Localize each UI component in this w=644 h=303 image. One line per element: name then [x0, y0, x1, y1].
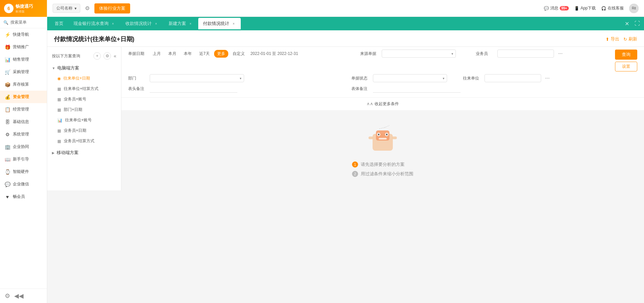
- date-btn-this-month[interactable]: 本月: [165, 50, 179, 58]
- header-note-input[interactable]: [150, 85, 237, 93]
- staff-label: 业务员: [476, 51, 495, 57]
- export-button[interactable]: ⬆ 导出: [606, 36, 619, 42]
- doc-status-select-wrap: [373, 74, 447, 82]
- sidebar-item-system[interactable]: ⚙系统管理: [0, 128, 47, 141]
- date-btn-more[interactable]: 更多: [214, 50, 228, 58]
- left-panel-title: 按以下方案查询: [52, 53, 80, 59]
- message-badge: 99+: [560, 6, 569, 10]
- tab-home[interactable]: 首页: [50, 18, 68, 29]
- tab-label-new-scheme: 新建方案: [169, 21, 186, 27]
- sidebar-collapse-icon[interactable]: ◀◀: [14, 292, 24, 300]
- service-action[interactable]: 🎧 在线客服: [601, 5, 624, 11]
- message-label: 消息: [550, 5, 558, 11]
- dept-select[interactable]: [150, 74, 244, 82]
- sidebar-item-guide[interactable]: 📖新手引导: [0, 153, 47, 165]
- company-select[interactable]: 公司名称 ▾: [53, 4, 80, 13]
- scheme-group-header-desktop[interactable]: ▼电脑端方案: [47, 63, 121, 73]
- tab-label-bank: 现金银行流水查询: [74, 21, 109, 27]
- sidebar-icon-system: ⚙: [5, 132, 10, 137]
- group-arrow-mobile: ▶: [52, 151, 55, 155]
- settings-icon: ⚙: [106, 54, 109, 58]
- sidebar-item-inventory[interactable]: 📦库存核算: [0, 78, 47, 91]
- filter-staff-col: 业务员 ···: [476, 50, 615, 58]
- scheme-item-unit-account[interactable]: 📊往来单位+账号: [47, 115, 121, 125]
- message-action[interactable]: 💬 消息 99+: [544, 5, 569, 11]
- scheme-item-staff-account[interactable]: ▦业务员+账号: [47, 94, 121, 104]
- scheme-group-header-mobile[interactable]: ▶移动端方案: [47, 148, 121, 158]
- sidebar-item-wechat[interactable]: 💬企业微信: [0, 178, 47, 190]
- doc-status-select[interactable]: [373, 74, 447, 82]
- filter-docstatus-col: 单据状态: [351, 74, 463, 82]
- tab-expand-icon[interactable]: ⛶: [633, 19, 641, 28]
- partner-more-icon[interactable]: ···: [545, 75, 550, 81]
- body-note-input[interactable]: [373, 85, 461, 93]
- sidebar-item-basic-info[interactable]: 🗄基础信息: [0, 116, 47, 128]
- scheme-item-staff-settle[interactable]: ▦业务员+结算方式: [47, 136, 121, 146]
- scheme-icon-unit-date: ◉: [57, 76, 61, 81]
- collapse-more-button[interactable]: ∧∧ 收起更多条件: [121, 97, 644, 110]
- tab-close-payment[interactable]: ×: [231, 21, 236, 26]
- sidebar-settings-icon[interactable]: ⚙: [5, 292, 10, 300]
- tab-label-home: 首页: [55, 21, 63, 27]
- date-btn-custom[interactable]: 自定义: [230, 50, 248, 58]
- sidebar-item-marketing[interactable]: 🎁营销推广: [0, 41, 47, 53]
- add-scheme-button[interactable]: +: [93, 52, 101, 60]
- sidebar-item-enterprise[interactable]: 🏢企业协同: [0, 141, 47, 153]
- user-avatar[interactable]: Rit: [629, 4, 639, 13]
- scheme-item-unit-date[interactable]: ◉往来单位+日期: [47, 73, 121, 84]
- sidebar-item-vip[interactable]: ♥畅会员: [0, 190, 47, 203]
- sidebar-search-label: 搜索菜单: [10, 20, 27, 25]
- tip-num-1: 1: [352, 161, 358, 168]
- sidebar-search[interactable]: 🔍 搜索菜单: [0, 17, 47, 28]
- left-panel-collapse-icon[interactable]: «: [114, 53, 116, 59]
- empty-state: 1 请先选择要分析的方案 2 用过滤条件来缩小分析范围: [121, 110, 644, 190]
- header-settings-icon[interactable]: ⚙: [84, 4, 91, 13]
- main-area: 公司名称 ▾ ⚙ 体验行业方案 💬 消息 99+ 📱 App下载 🎧 在线客服 …: [47, 0, 644, 303]
- group-arrow-desktop: ▼: [52, 66, 55, 70]
- scheme-label-unit-account: 往来单位+账号: [65, 117, 92, 123]
- trial-button[interactable]: 体验行业方案: [94, 3, 130, 13]
- scheme-settings-button[interactable]: ⚙: [104, 52, 111, 60]
- source-doc-select[interactable]: [382, 50, 456, 58]
- staff-more-icon[interactable]: ···: [558, 51, 562, 57]
- sidebar-item-hardware[interactable]: ⌚智能硬件: [0, 165, 47, 178]
- tab-bank[interactable]: 现金银行流水查询×: [69, 18, 120, 29]
- app-download-action[interactable]: 📱 App下载: [574, 5, 596, 11]
- partner-input[interactable]: [485, 74, 541, 82]
- sidebar-item-operation[interactable]: 📋经营管理: [0, 103, 47, 116]
- sidebar-label-marketing: 营销推广: [13, 44, 29, 50]
- tab-close-bank[interactable]: ×: [111, 21, 115, 26]
- scheme-icon-staff-account: ▦: [57, 97, 61, 102]
- date-btn-prev-month[interactable]: 上月: [150, 50, 164, 58]
- refresh-button[interactable]: ↻ 刷新: [623, 36, 637, 42]
- date-filter-label: 单据日期: [128, 51, 147, 57]
- tab-close-new-scheme[interactable]: ×: [188, 21, 193, 26]
- app-icon: 📱: [574, 6, 579, 11]
- sidebar-icon-basic-info: 🗄: [5, 119, 10, 125]
- sidebar-label-system: 系统管理: [13, 131, 29, 137]
- query-button[interactable]: 查询: [615, 50, 637, 60]
- sidebar-item-sales[interactable]: 📊销售管理: [0, 53, 47, 66]
- tab-receipt[interactable]: 收款情况统计×: [121, 18, 163, 29]
- sidebar-item-purchase[interactable]: 🛒采购管理: [0, 66, 47, 78]
- date-btn-this-year[interactable]: 本年: [181, 50, 195, 58]
- scheme-item-dept-date[interactable]: ▦部门+日期: [47, 104, 121, 115]
- right-content: 单据日期 上月本月本年近7天更多自定义2022-01-01 至 2022-12-…: [121, 47, 644, 190]
- tab-payment[interactable]: 付款情况统计×: [198, 18, 241, 29]
- scheme-item-staff-date[interactable]: ▦业务员+日期: [47, 125, 121, 136]
- scheme-item-unit-settle[interactable]: ▦往来单位+结算方式: [47, 84, 121, 94]
- sidebar-label-enterprise: 企业协同: [13, 144, 29, 150]
- date-btn-last7[interactable]: 近7天: [196, 50, 213, 58]
- staff-input[interactable]: [497, 50, 554, 58]
- sidebar-item-finance[interactable]: 💰资金管理: [0, 91, 47, 103]
- sidebar-item-quick-nav[interactable]: ⚡快捷导航: [0, 28, 47, 41]
- scheme-label-unit-settle: 往来单位+结算方式: [64, 86, 98, 92]
- tab-close-all-icon[interactable]: ✕: [623, 19, 631, 28]
- filter-header-note-col: 表头备注: [128, 85, 351, 93]
- filter-partner-col: 往来单位 ···: [463, 74, 597, 82]
- tab-close-receipt[interactable]: ×: [154, 21, 158, 26]
- body-note-label: 表体备注: [351, 86, 370, 92]
- refresh-icon: ↻: [623, 37, 627, 42]
- tab-new-scheme[interactable]: 新建方案×: [164, 18, 198, 29]
- settings-link-button[interactable]: 设置: [615, 62, 637, 71]
